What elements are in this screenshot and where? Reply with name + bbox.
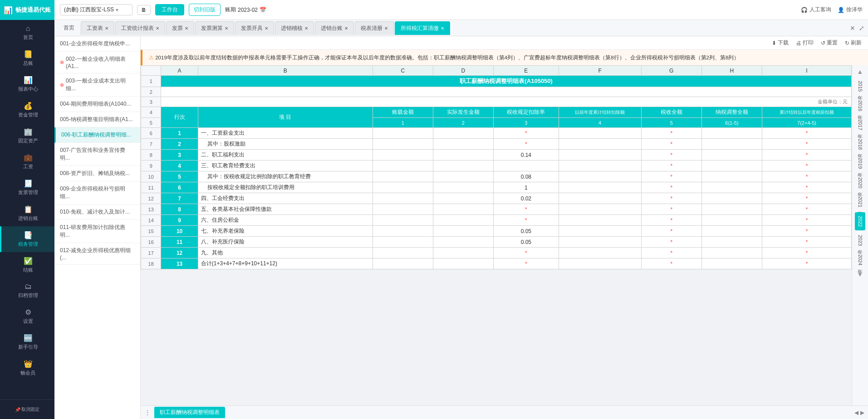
data-cell[interactable] [433, 248, 493, 258]
report-item-009[interactable]: 009-企业所得税税补亏损明细... [54, 181, 140, 205]
maximize-btn[interactable]: ⤢ [859, 24, 864, 32]
tab-close-icon[interactable]: ✕ [304, 26, 308, 31]
year-item-2024年[interactable]: 2024年 [855, 251, 865, 269]
sidebar-item-sales[interactable]: 📋进销台账 [0, 200, 54, 226]
year-item-2022年[interactable]: 2022年 [855, 212, 865, 230]
copy-button[interactable]: 🗎 [137, 5, 151, 15]
data-cell[interactable]: * [494, 204, 559, 215]
tab-工资统计报表[interactable]: 工资统计报表✕ [115, 21, 165, 35]
data-cell[interactable] [559, 161, 641, 171]
report-item-008[interactable]: 008-资产折旧、摊销及纳税... [54, 166, 140, 181]
year-down-btn[interactable]: ▼ [856, 270, 864, 279]
data-cell[interactable]: * [762, 215, 852, 226]
data-cell[interactable]: * [762, 258, 852, 269]
data-cell[interactable] [559, 226, 641, 237]
print-btn[interactable]: 🖨 打印 [796, 39, 814, 47]
year-item-2018年[interactable]: 2018年 [855, 135, 865, 153]
data-cell[interactable] [559, 248, 641, 258]
sheet-menu-icon[interactable]: ⋮ [144, 409, 151, 416]
tab-税表清册[interactable]: 税表清册✕ [355, 21, 394, 35]
data-cell[interactable] [373, 258, 433, 269]
tab-close-icon[interactable]: ✕ [344, 26, 348, 31]
data-cell[interactable] [701, 150, 762, 161]
data-cell[interactable]: * [641, 139, 701, 150]
data-cell[interactable]: 0.05 [494, 226, 559, 237]
data-cell[interactable] [701, 171, 762, 182]
data-cell[interactable]: 0.02 [494, 193, 559, 204]
data-cell[interactable]: * [762, 128, 852, 139]
tab-发票测算[interactable]: 发票测算✕ [195, 21, 234, 35]
sidebar-item-capital[interactable]: 💰资金管理 [0, 97, 54, 123]
cancel-fixed-btn[interactable]: 📌 取消固定 [2, 404, 53, 415]
report-item-003[interactable]: ⊗003-一般企业成本支出明细... [54, 73, 140, 97]
reset-btn[interactable]: ↺ 重置 [821, 39, 838, 47]
data-cell[interactable] [433, 150, 493, 161]
data-cell[interactable] [433, 171, 493, 182]
calendar-icon[interactable]: 📅 [260, 7, 266, 13]
data-cell[interactable] [559, 258, 641, 269]
sidebar-item-report[interactable]: 📊报表中心 [0, 71, 54, 97]
data-cell[interactable] [433, 204, 493, 215]
data-cell[interactable] [373, 226, 433, 237]
data-cell[interactable]: 0.08 [494, 171, 559, 182]
tab-发票开具[interactable]: 发票开具✕ [235, 21, 274, 35]
sidebar-item-archive[interactable]: 🗂归档管理 [0, 278, 54, 303]
report-item-007[interactable]: 007-广告宣传和业务宣传费明... [54, 143, 140, 166]
data-cell[interactable] [701, 128, 762, 139]
tab-close-icon[interactable]: ✕ [156, 26, 159, 31]
data-cell[interactable]: * [762, 204, 852, 215]
data-cell[interactable] [494, 161, 559, 171]
data-cell[interactable]: * [494, 128, 559, 139]
data-cell[interactable] [559, 193, 641, 204]
download-btn[interactable]: ⬇ 下载 [772, 39, 789, 47]
data-cell[interactable] [701, 193, 762, 204]
data-cell[interactable] [373, 204, 433, 215]
report-item-011[interactable]: 011-研发费用加计扣除优惠明... [54, 220, 140, 243]
data-cell[interactable]: * [762, 182, 852, 193]
sidebar-item-asset[interactable]: 🏢固定资产 [0, 123, 54, 149]
sidebar-item-tax[interactable]: 📑税务管理 [0, 226, 54, 252]
data-cell[interactable] [373, 171, 433, 182]
scroll-left-btn[interactable]: ◀ [854, 409, 858, 416]
data-cell[interactable]: * [494, 258, 559, 269]
company-select[interactable]: (勿删) 江西股宝-LSS ▾ [60, 4, 132, 15]
data-cell[interactable] [373, 161, 433, 171]
data-cell[interactable] [373, 193, 433, 204]
data-cell[interactable] [433, 237, 493, 248]
data-cell[interactable] [701, 237, 762, 248]
tab-close-icon[interactable]: ✕ [441, 26, 444, 31]
spreadsheet-container[interactable]: A B C D E F G H I [141, 65, 852, 405]
data-cell[interactable] [559, 128, 641, 139]
data-cell[interactable]: * [762, 161, 852, 171]
report-item-004[interactable]: 004-期间费用明细表(A1040... [54, 97, 140, 112]
data-cell[interactable]: 0.14 [494, 150, 559, 161]
sidebar-item-settle[interactable]: ✅结账 [0, 252, 54, 278]
data-cell[interactable]: * [762, 139, 852, 150]
tab-工资表[interactable]: 工资表✕ [81, 21, 114, 35]
data-cell[interactable]: * [641, 193, 701, 204]
data-cell[interactable]: 1 [494, 182, 559, 193]
data-cell[interactable]: * [641, 226, 701, 237]
report-item-005[interactable]: 005-纳税调整项目明细表(A1... [54, 112, 140, 127]
report-item-002[interactable]: ⊗002-一般企业收入明细表(A1... [54, 52, 140, 73]
sidebar-item-settings[interactable]: ⚙设置 [0, 303, 54, 329]
data-cell[interactable] [559, 215, 641, 226]
data-cell[interactable] [373, 150, 433, 161]
year-item-2015年[interactable]: 2015年 [855, 77, 865, 95]
data-cell[interactable] [701, 226, 762, 237]
data-cell[interactable] [373, 139, 433, 150]
data-cell[interactable] [433, 258, 493, 269]
data-cell[interactable]: * [762, 226, 852, 237]
tab-首页[interactable]: 首页 [58, 21, 80, 34]
data-cell[interactable] [559, 182, 641, 193]
support-btn[interactable]: 🎧 人工客询 [801, 6, 831, 14]
tab-发票[interactable]: 发票✕ [166, 21, 194, 35]
sidebar-item-member[interactable]: 👑畅会员 [0, 355, 54, 381]
close-all-btn[interactable]: ✕ [850, 24, 855, 32]
data-cell[interactable]: * [641, 150, 701, 161]
sidebar-item-payroll[interactable]: 💼工资 [0, 149, 54, 175]
data-cell[interactable] [433, 193, 493, 204]
data-cell[interactable] [701, 161, 762, 171]
data-cell[interactable] [559, 237, 641, 248]
data-cell[interactable]: * [641, 171, 701, 182]
